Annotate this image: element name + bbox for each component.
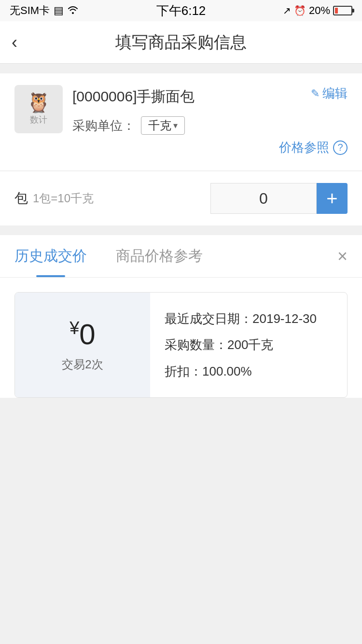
page-content: 🦉 数计 [0000006]手撕面包 采购单位： 千克 ▾ — [0, 73, 362, 460]
transaction-card: ¥0 交易2次 最近成交日期：2019-12-30 采购数量：200千克 折扣：… — [14, 292, 348, 398]
bag-unit-icon: 包 — [14, 189, 28, 208]
currency-symbol: ¥ — [70, 318, 79, 338]
transaction-price-panel: ¥0 交易2次 — [15, 293, 150, 397]
bag-conversion-info: 1包=10千克 — [33, 191, 94, 206]
tab-price-ref-label: 商品价格参考 — [116, 246, 203, 266]
purchase-qty-value: 200千克 — [227, 337, 273, 352]
quantity-controls: 0 + — [210, 183, 348, 214]
quantity-plus-button[interactable]: + — [317, 183, 348, 214]
product-owl-icon: 🦉 — [27, 93, 51, 112]
tab-close-button[interactable]: × — [337, 246, 348, 266]
edit-label: 编辑 — [322, 85, 348, 102]
edit-button[interactable]: ✎ 编辑 — [311, 85, 348, 102]
tab-container: 历史成交价 商品价格参考 × ¥0 交易2次 最近成交日期：2019-12-30 — [0, 235, 362, 398]
gps-icon: ↗ — [283, 5, 291, 16]
product-card: 🦉 数计 [0000006]手撕面包 采购单位： 千克 ▾ — [0, 73, 362, 170]
battery-percent: 20% — [309, 4, 330, 17]
unit-label-text: 采购单位： — [72, 117, 135, 134]
unit-dropdown-icon: ▾ — [173, 120, 178, 131]
battery-icon — [333, 6, 352, 15]
product-left: 🦉 数计 [0000006]手撕面包 采购单位： 千克 ▾ — [14, 85, 195, 135]
nav-bar: ‹ 填写商品采购信息 — [0, 21, 362, 64]
alarm-icon: ⏰ — [294, 5, 306, 16]
wifi-icon — [68, 4, 78, 17]
carrier-text: 无SIM卡 — [10, 3, 50, 18]
status-time: 下午6:12 — [156, 2, 206, 19]
price-reference-button[interactable]: 价格参照 ? — [279, 139, 348, 156]
purchase-qty-label: 采购数量： — [165, 337, 227, 352]
tab-history-label: 历史成交价 — [14, 246, 87, 266]
tab-header: 历史成交价 商品价格参考 × — [0, 235, 362, 278]
discount-row: 折扣：100.00% — [165, 363, 333, 380]
price-number: 0 — [79, 318, 95, 350]
product-title: 手撕面包 — [137, 88, 195, 104]
product-id: [0000006] — [72, 88, 137, 104]
status-right: ↗ ⏰ 20% — [283, 4, 352, 17]
discount-label: 折扣： — [165, 364, 202, 378]
purchase-qty-row: 采购数量：200千克 — [165, 336, 333, 353]
quantity-section: 包 1包=10千克 0 + — [0, 171, 362, 225]
product-info: [0000006]手撕面包 采购单位： 千克 ▾ — [72, 85, 195, 135]
product-unit-row: 采购单位： 千克 ▾ — [72, 116, 195, 135]
recent-date-row: 最近成交日期：2019-12-30 — [165, 310, 333, 327]
discount-value: 100.00% — [202, 364, 252, 378]
transaction-count: 交易2次 — [62, 357, 103, 372]
tab-items: 历史成交价 商品价格参考 — [14, 235, 203, 277]
tab-history-price[interactable]: 历史成交价 — [14, 235, 87, 277]
back-button[interactable]: ‹ — [12, 32, 17, 53]
recent-date-label: 最近成交日期： — [165, 311, 252, 326]
quantity-value: 0 — [259, 190, 268, 208]
page-title: 填写商品采购信息 — [115, 31, 247, 54]
recent-date-value: 2019-12-30 — [252, 311, 317, 326]
product-name: [0000006]手撕面包 — [72, 87, 195, 107]
product-thumbnail-label: 数计 — [30, 114, 47, 126]
tab-price-reference[interactable]: 商品价格参考 — [116, 235, 203, 277]
transaction-price-value: ¥0 — [70, 318, 95, 351]
status-left: 无SIM卡 ▤ — [10, 3, 78, 18]
unit-value: 千克 — [148, 118, 171, 133]
product-thumbnail: 🦉 数计 — [14, 85, 63, 133]
quantity-input[interactable]: 0 — [210, 183, 317, 214]
transaction-detail-panel: 最近成交日期：2019-12-30 采购数量：200千克 折扣：100.00% — [150, 293, 347, 397]
edit-icon: ✎ — [311, 87, 320, 100]
battery-fill — [335, 8, 338, 14]
price-ref-label: 价格参照 — [279, 139, 329, 156]
sim-icon: ▤ — [54, 4, 64, 17]
product-header: 🦉 数计 [0000006]手撕面包 采购单位： 千克 ▾ — [14, 85, 348, 135]
quantity-label: 包 1包=10千克 — [14, 189, 94, 208]
price-ref-help-icon: ? — [333, 140, 348, 155]
status-bar: 无SIM卡 ▤ 下午6:12 ↗ ⏰ 20% — [0, 0, 362, 21]
unit-selector[interactable]: 千克 ▾ — [141, 116, 185, 135]
